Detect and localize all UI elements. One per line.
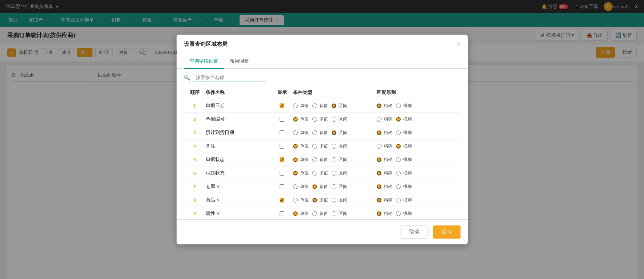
table-header: 顺序 条件名称 显示 条件类型 匹配原则 <box>184 86 461 99</box>
col-header-show: 显示 <box>271 89 293 96</box>
row-6-type-range[interactable]: 区间 <box>332 170 347 176</box>
row-2-show <box>271 117 293 122</box>
row-7-type-multi[interactable]: 多值 <box>312 184 328 190</box>
row-2-type-multi[interactable]: 多值 <box>312 116 328 122</box>
row-7-match: 精确 模糊 <box>377 184 461 190</box>
row-6-match-exact[interactable]: 精确 <box>377 170 392 176</box>
modal-close-button[interactable]: × <box>457 40 461 48</box>
row-6-order: 6 <box>184 170 206 176</box>
row-8-match-fuzzy[interactable]: 模糊 <box>396 197 412 203</box>
row-4-type-range[interactable]: 区间 <box>332 143 347 149</box>
row-1-show <box>271 103 293 108</box>
col-header-order: 顺序 <box>184 89 206 96</box>
row-5-type-range[interactable]: 区间 <box>332 157 347 163</box>
row-6-show <box>271 171 293 176</box>
row-1-type-range[interactable]: 区间 <box>332 103 347 109</box>
row-8-type-range[interactable]: 区间 <box>332 197 347 203</box>
row-1-type-multi[interactable]: 多值 <box>312 103 328 109</box>
search-input[interactable] <box>193 73 266 82</box>
row-3-match-fuzzy[interactable]: 模糊 <box>396 130 412 136</box>
row-9-type-multi[interactable]: 多值 <box>312 211 328 217</box>
row-2-match-fuzzy[interactable]: 模糊 <box>396 116 412 122</box>
row-3-type: 单值 多值 区间 <box>293 130 377 136</box>
row-4-order: 4 <box>184 144 206 149</box>
modal-tab-layout[interactable]: 布局调整 <box>224 54 254 69</box>
row-5-show <box>271 157 293 162</box>
row-4-show-checkbox[interactable] <box>280 144 284 149</box>
row-1-show-checkbox[interactable] <box>280 103 284 108</box>
row-6-show-checkbox[interactable] <box>280 171 284 176</box>
row-4-type-single[interactable]: 单值 <box>293 143 309 149</box>
table-row: 6 付款状态 单值 多值 区间 精确 模糊 <box>184 166 461 180</box>
row-7-type-single[interactable]: 单值 <box>293 184 309 190</box>
row-9-type-single[interactable]: 单值 <box>293 211 309 217</box>
row-7-type: 单值 多值 区间 <box>293 184 377 190</box>
col-header-match: 匹配原则 <box>377 89 461 96</box>
row-3-match-exact[interactable]: 精确 <box>377 130 392 136</box>
row-9-type-range[interactable]: 区间 <box>332 211 347 217</box>
row-6-match-fuzzy[interactable]: 模糊 <box>396 170 412 176</box>
row-5-name: 单据状态 <box>206 156 271 163</box>
row-8-type-multi[interactable]: 多值 <box>312 197 328 203</box>
cancel-button[interactable]: 取消 <box>400 225 428 239</box>
row-2-type-single[interactable]: 单值 <box>293 116 309 122</box>
row-3-type-multi[interactable]: 多值 <box>312 130 328 136</box>
row-1-match: 精确 模糊 <box>377 103 461 109</box>
row-3-match: 精确 模糊 <box>377 130 461 136</box>
row-6-type-multi[interactable]: 多值 <box>312 170 328 176</box>
row-5-type-multi[interactable]: 多值 <box>312 157 328 163</box>
row-4-show <box>271 144 293 149</box>
row-3-type-single[interactable]: 单值 <box>293 130 309 136</box>
row-5-match-exact[interactable]: 精确 <box>377 157 392 163</box>
row-7-match-fuzzy[interactable]: 模糊 <box>396 184 412 190</box>
row-6-match: 精确 模糊 <box>377 170 461 176</box>
row-6-name: 付款状态 <box>206 170 271 176</box>
row-2-match-exact[interactable]: 精确 <box>377 116 392 122</box>
row-1-match-exact[interactable]: 精确 <box>377 103 392 109</box>
row-1-order: 1 <box>184 103 206 109</box>
row-2-show-checkbox[interactable] <box>280 117 284 122</box>
row-5-show-checkbox[interactable] <box>280 157 284 162</box>
row-2-type-range[interactable]: 区间 <box>332 116 347 122</box>
row-3-order: 3 <box>184 130 206 135</box>
modal-dialog: 设置查询区域布局 × 查询字段设置 布局调整 🔍 顺序 条件名称 显示 条件类型… <box>177 35 468 244</box>
row-9-show-checkbox[interactable] <box>280 211 284 216</box>
row-5-match-fuzzy[interactable]: 模糊 <box>396 157 412 163</box>
row-5-type: 单值 多值 区间 <box>293 157 377 163</box>
row-7-show-checkbox[interactable] <box>280 184 284 189</box>
row-2-match: 精确 模糊 <box>377 116 461 122</box>
row-4-match-exact[interactable]: 精确 <box>377 143 392 149</box>
row-7-type-range[interactable]: 区间 <box>332 184 347 190</box>
row-8-type-single[interactable]: 单值 <box>293 197 309 203</box>
row-9-type: 单值 多值 区间 <box>293 211 377 217</box>
row-9-match-exact[interactable]: 精确 <box>377 211 392 217</box>
modal-overlay: 设置查询区域布局 × 查询字段设置 布局调整 🔍 顺序 条件名称 显示 条件类型… <box>0 0 644 279</box>
modal-tab-field-settings[interactable]: 查询字段设置 <box>184 54 224 69</box>
row-3-type-range[interactable]: 区间 <box>332 130 347 136</box>
row-8-show-checkbox[interactable] <box>280 198 284 203</box>
row-7-match-exact[interactable]: 精确 <box>377 184 392 190</box>
save-button[interactable]: 保存 <box>433 225 461 239</box>
modal-search-area: 🔍 <box>177 69 468 86</box>
search-icon: 🔍 <box>184 75 190 80</box>
conditions-scroll-area: 1 单据日期 单值 多值 区间 精确 模糊 <box>184 99 461 219</box>
row-4-type-multi[interactable]: 多值 <box>312 143 328 149</box>
table-row: 3 预计到货日期 单值 多值 区间 精确 模糊 <box>184 126 461 140</box>
row-4-match-fuzzy[interactable]: 模糊 <box>396 143 412 149</box>
row-8-order: 8 <box>184 197 206 203</box>
row-9-match-fuzzy[interactable]: 模糊 <box>396 211 412 217</box>
table-row: 2 单据编号 单值 多值 区间 精确 模糊 <box>184 113 461 126</box>
row-1-match-fuzzy[interactable]: 模糊 <box>396 103 412 109</box>
table-row: 8 商品 ∨ 单值 多值 区间 精确 模糊 <box>184 193 461 207</box>
row-2-type: 单值 多值 区间 <box>293 116 377 122</box>
row-6-type-single[interactable]: 单值 <box>293 170 309 176</box>
row-6-type: 单值 多值 区间 <box>293 170 377 176</box>
row-8-match-exact[interactable]: 精确 <box>377 197 392 203</box>
row-5-type-single[interactable]: 单值 <box>293 157 309 163</box>
row-9-show <box>271 211 293 216</box>
row-8-name: 商品 ∨ <box>206 197 271 203</box>
row-3-show-checkbox[interactable] <box>280 130 284 135</box>
row-1-type-single[interactable]: 单值 <box>293 103 309 109</box>
table-row: 1 单据日期 单值 多值 区间 精确 模糊 <box>184 99 461 113</box>
table-row: 4 备注 单值 多值 区间 精确 模糊 <box>184 140 461 153</box>
